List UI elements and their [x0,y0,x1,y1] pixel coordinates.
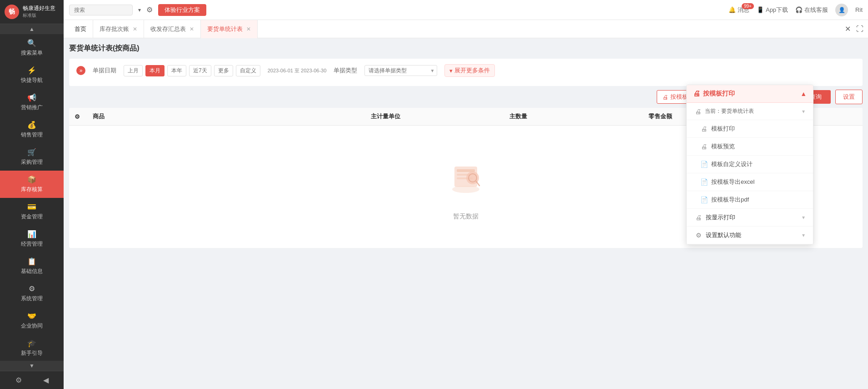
sidebar-item-system[interactable]: ⚙ 系统管理 [0,280,64,307]
sidebar-item-enterprise[interactable]: 🤝 企业协同 [0,307,64,334]
filter-card: » 单据日期 上月 本月 本年 近7天 更多 自定义 2023-06-01 至 … [69,59,863,86]
dropdown-header: 🖨 按模板打印 ▲ [687,85,813,103]
doc-type-label: 单据类型 [334,66,357,75]
notice-button[interactable]: 🔔 消息 99+ [728,6,749,14]
inventory-icon: 📦 [27,175,36,184]
print-icon: 🖨 [663,94,668,101]
sidebar-item-finance[interactable]: 💳 资金管理 [0,198,64,225]
enterprise-icon: 🤝 [27,312,36,320]
expand-icon: ▾ [449,67,453,74]
marketing-icon: 📢 [27,93,36,102]
bottom-settings-icon[interactable]: ⚙ [15,376,22,384]
tab-close-inventory-batch[interactable]: ✕ [133,26,137,32]
date-btn-this-year[interactable]: 本年 [167,65,186,76]
sidebar-item-label: 经营管理 [21,240,43,248]
dropdown-item-template-preview[interactable]: 🖨 模板预览 [687,138,813,156]
tab-home[interactable]: 首页 [68,20,93,38]
sidebar-item-quicknav[interactable]: ⚡ 快捷导航 [0,61,64,89]
expand-more-btn[interactable]: ▾ 展开更多条件 [444,64,495,77]
sidebar-item-newbie[interactable]: 🎓 新手引导 [0,334,64,361]
tab-order-stats-label: 要货单统计表 [207,25,243,33]
finance-icon: 💳 [27,202,36,211]
sidebar-item-label: 基础信息 [21,268,43,275]
content-area: 要货单统计表(按商品) » 单据日期 上月 本月 本年 近7天 更多 自定义 2… [64,38,868,389]
settings-button[interactable]: 设置 [835,90,863,104]
sidebar-item-label: 快捷导航 [21,76,43,84]
quicknav-icon: ⚡ [27,66,36,75]
dropdown-collapse-btn[interactable]: ▲ [800,90,807,97]
sidebar-item-sales[interactable]: 💰 销售管理 [0,116,64,143]
tab-inventory-batch-label: 库存批次账 [100,25,129,33]
dropdown-print-icon: 🖨 [693,90,700,98]
doc-type-select[interactable]: 请选择单据类型 [364,65,437,76]
sales-icon: 💰 [27,121,36,129]
tab-close-order-stats[interactable]: ✕ [246,26,251,32]
sidebar-item-operations[interactable]: 📊 经营管理 [0,225,64,253]
trial-button[interactable]: 体验行业方案 [158,4,206,16]
sidebar-item-basic[interactable]: 📋 基础信息 [0,253,64,280]
template-preview-icon: 🖨 [700,143,708,150]
filter-row-1: » 单据日期 上月 本月 本年 近7天 更多 自定义 2023-06-01 至 … [76,64,855,77]
window-maximize-btn[interactable]: ⛶ [856,25,863,33]
dropdown-item-display-print[interactable]: 🖨 按显示打印 ▾ [687,209,813,227]
search-icon: 🔍 [27,39,36,47]
sidebar-item-label: 销售管理 [21,131,43,139]
th-product: 商品 [93,112,371,121]
filter-toggle-btn[interactable]: » [76,66,85,75]
tab-receipt-summary[interactable]: 收发存汇总表 ✕ [144,20,201,38]
search-input[interactable] [69,5,133,15]
window-controls: ✕ ⛶ [845,25,863,33]
sidebar-item-label: 搜索菜单 [21,49,43,57]
date-label: 单据日期 [93,66,116,75]
dropdown-item-set-default[interactable]: ⚙ 设置默认功能 ▾ [687,227,813,244]
sidebar-item-search[interactable]: 🔍 搜索菜单 [0,34,64,61]
empty-text: 暂无数据 [453,212,479,221]
dropdown-current-item[interactable]: 🖨 当前：要货单统计表 ▾ [687,103,813,120]
online-service-button[interactable]: 🎧 在线客服 [795,6,828,14]
topbar-dropdown-icon[interactable]: ▾ [138,7,141,13]
app-logo-text: 畅康通好生意 标准版 [23,5,55,19]
current-left: 🖨 当前：要货单统计表 [695,107,754,115]
headset-icon: 🎧 [795,6,803,13]
date-btn-last-month[interactable]: 上月 [124,65,143,76]
tab-order-stats[interactable]: 要货单统计表 ✕ [201,20,258,38]
th-unit: 主计量单位 [371,112,510,121]
date-btn-custom[interactable]: 自定义 [236,65,260,76]
sidebar-item-marketing[interactable]: 📢 营销推广 [0,89,64,116]
topbar-right: 🔔 消息 99+ 📱 App下载 🎧 在线客服 👤 Rit [728,4,863,16]
main-area: ▾ ⚙ 体验行业方案 🔔 消息 99+ 📱 App下载 🎧 在线客服 👤 Rit… [64,0,868,389]
bottom-collapse-icon[interactable]: ◀ [43,376,49,384]
current-arrow-icon: ▾ [802,108,805,115]
dropdown-item-template-print[interactable]: 🖨 模板打印 [687,120,813,138]
sidebar-item-label: 资金管理 [21,213,43,221]
sidebar-scroll-up[interactable]: ▲ [0,24,64,34]
date-btn-this-month[interactable]: 本月 [145,65,165,76]
sidebar-item-inventory[interactable]: 📦 库存核算 [0,171,64,198]
avatar[interactable]: 👤 [835,4,848,16]
username-label: Rit [855,6,863,13]
th-settings[interactable]: ⚙ [75,113,93,120]
page-title: 要货单统计表(按商品) [69,44,863,53]
empty-illustration [443,153,489,207]
newbie-icon: 🎓 [27,339,36,348]
date-range-group: 上月 本月 本年 近7天 更多 自定义 [124,65,260,76]
purchase-icon: 🛒 [27,148,36,157]
dropdown-title: 🖨 按模板打印 [693,90,735,98]
window-close-btn[interactable]: ✕ [845,25,851,33]
date-btn-more[interactable]: 更多 [214,65,233,76]
export-excel-icon: 📄 [700,178,708,186]
date-btn-7days[interactable]: 近7天 [189,65,211,76]
dropdown-item-template-custom[interactable]: 📄 模板自定义设计 [687,156,813,173]
tab-inventory-batch[interactable]: 库存批次账 ✕ [93,20,144,38]
template-custom-icon: 📄 [700,161,708,168]
sidebar-item-purchase[interactable]: 🛒 采购管理 [0,143,64,171]
date-range-display: 2023-06-01 至 2023-06-30 [268,67,327,74]
tab-close-receipt-summary[interactable]: ✕ [190,26,194,32]
topbar-gear-icon[interactable]: ⚙ [146,5,153,14]
app-download-button[interactable]: 📱 App下载 [757,6,788,14]
dropdown-item-export-pdf[interactable]: 📄 按模板导出pdf [687,191,813,209]
dropdown-item-export-excel[interactable]: 📄 按模板导出excel [687,173,813,191]
sidebar-scroll-down[interactable]: ▼ [0,361,64,371]
tab-bar: 首页 库存批次账 ✕ 收发存汇总表 ✕ 要货单统计表 ✕ ✕ ⛶ [64,20,868,38]
sidebar-bottom: ⚙ ◀ [0,371,64,389]
